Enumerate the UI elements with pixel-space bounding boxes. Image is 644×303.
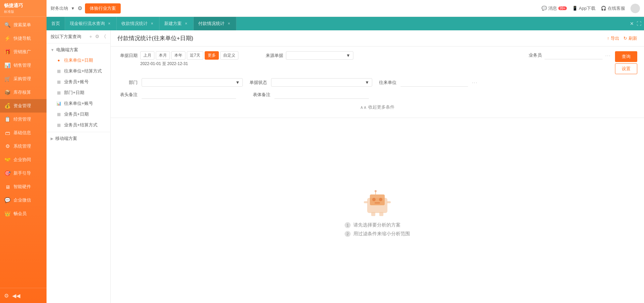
sidebar-item-search-menu[interactable]: 🔍搜索菜单 bbox=[0, 18, 47, 32]
sidebar-item-finance[interactable]: 💰资金管理 bbox=[0, 99, 47, 113]
sidebar-icon-marketing: 🎁 bbox=[4, 49, 11, 55]
scheme-item-label-partner-account: 往来单位+账号 bbox=[64, 100, 93, 107]
tab-close-payments[interactable]: × bbox=[227, 21, 231, 26]
source-filter-label: 来源单据 bbox=[263, 53, 283, 59]
sidebar-item-enterprise[interactable]: 🤝企业协同 bbox=[0, 153, 47, 166]
custom-date-btn[interactable]: 自定义 bbox=[220, 51, 238, 60]
tab-home[interactable]: 首页 bbox=[47, 17, 65, 30]
header-note-input[interactable] bbox=[142, 91, 236, 99]
tab-new-plan[interactable]: 新建方案× bbox=[159, 17, 194, 30]
this-year-btn[interactable]: 本年 bbox=[171, 51, 185, 60]
sidebar-item-wechat[interactable]: 💬企业微信 bbox=[0, 193, 47, 207]
content-area: 按以下方案查询 ＋ ⚙ 《 ▼ 电脑端方案 ●往来单位+日期▦往来单位+结算方式… bbox=[47, 30, 644, 303]
scheme-collapse-button[interactable]: 《 bbox=[101, 34, 106, 40]
body-note-label: 表体备注 bbox=[250, 92, 270, 98]
sidebar-item-marketing[interactable]: 🎁营销推广 bbox=[0, 45, 47, 59]
tab-receivables[interactable]: 收款情况统计× bbox=[117, 17, 159, 30]
online-service-label: 在线客服 bbox=[608, 5, 625, 11]
last-7-days-btn[interactable]: 近7天 bbox=[187, 51, 203, 60]
sidebar-item-business[interactable]: 📋经营管理 bbox=[0, 113, 47, 126]
sidebar-item-sales[interactable]: 📊销售管理 bbox=[0, 59, 47, 72]
body-note-input[interactable] bbox=[274, 91, 369, 99]
dept-select[interactable]: ▼ bbox=[142, 78, 243, 87]
topbar-dropdown-icon[interactable]: ▼ bbox=[71, 6, 75, 11]
sidebar-label-business: 经营管理 bbox=[13, 116, 31, 122]
sidebar-icon-purchase: 🛒 bbox=[4, 75, 11, 82]
tab-close-receivables[interactable]: × bbox=[150, 21, 154, 26]
sidebar-item-quick-nav[interactable]: ⚡快捷导航 bbox=[0, 32, 47, 45]
sidebar-item-purchase[interactable]: 🛒采购管理 bbox=[0, 72, 47, 86]
doc-status-select[interactable]: ▼ bbox=[271, 78, 372, 87]
more-dates-btn[interactable]: 更多 bbox=[205, 51, 219, 60]
notification-action[interactable]: 💬 消息 99+ bbox=[541, 5, 567, 11]
topbar: 财务出纳 ▼ ⚙ 体验行业方案 💬 消息 99+ 📱 App下载 🎧 在线客服 bbox=[47, 0, 644, 17]
desktop-scheme-group-title[interactable]: ▼ 电脑端方案 bbox=[47, 45, 110, 55]
tab-payments[interactable]: 付款情况统计× bbox=[194, 17, 236, 30]
sidebar-icon-finance: 💰 bbox=[4, 102, 11, 109]
scheme-item-salesman-payment[interactable]: ▦业务员+结算方式 bbox=[47, 120, 110, 130]
page-header: 付款情况统计(往来单位+日期) ↑ 导出 ↻ 刷新 bbox=[111, 30, 644, 47]
trial-button[interactable]: 体验行业方案 bbox=[85, 3, 121, 13]
scheme-item-icon-partner-date: ● bbox=[56, 58, 61, 63]
mobile-scheme-group-title[interactable]: ▶ 移动端方案 bbox=[47, 133, 110, 144]
salesman-more-icon[interactable]: ··· bbox=[605, 53, 611, 58]
refresh-button[interactable]: ↻ 刷新 bbox=[623, 35, 637, 41]
scheme-item-partner-account[interactable]: 📊往来单位+账号 bbox=[47, 98, 110, 109]
scheme-item-label-dept-date: 部门+日期 bbox=[64, 90, 84, 96]
online-service-action[interactable]: 🎧 在线客服 bbox=[601, 5, 625, 11]
tab-close-new-plan[interactable]: × bbox=[184, 21, 188, 26]
export-label: 导出 bbox=[611, 35, 619, 41]
sidebar-icon-business: 📋 bbox=[4, 116, 11, 123]
last-month-btn[interactable]: 上月 bbox=[140, 51, 154, 60]
topbar-settings-icon[interactable]: ⚙ bbox=[78, 5, 82, 11]
refresh-label: 刷新 bbox=[628, 35, 637, 41]
export-button[interactable]: ↑ 导出 bbox=[607, 35, 620, 41]
collapse-more-button[interactable]: ∧∧ 收起更多条件 bbox=[117, 101, 637, 113]
scheme-item-dept-date[interactable]: ▦部门+日期 bbox=[47, 87, 110, 98]
scheme-item-partner-date[interactable]: ●往来单位+日期 bbox=[47, 55, 110, 66]
message-icon: 💬 bbox=[541, 6, 547, 11]
scheme-item-partner-payment[interactable]: ▦往来单位+结算方式 bbox=[47, 66, 110, 77]
salesman-input[interactable] bbox=[545, 51, 603, 59]
sidebar-icon-inventory: 📦 bbox=[4, 89, 11, 96]
add-scheme-icon[interactable]: ＋ bbox=[88, 34, 93, 40]
this-month-btn[interactable]: 本月 bbox=[156, 51, 170, 60]
sidebar-item-system[interactable]: ⚙系统管理 bbox=[0, 140, 47, 153]
scheme-item-icon-partner-payment: ▦ bbox=[56, 68, 61, 74]
notification-badge: 99+ bbox=[558, 6, 567, 10]
settings-icon[interactable]: ⚙ bbox=[4, 293, 9, 299]
notification-label: 消息 bbox=[548, 5, 557, 11]
empty-state: 1 请先选择要分析的方案 2 用过滤条件来缩小分析范围 bbox=[111, 118, 644, 303]
salesman-filter-label: 业务员 bbox=[522, 52, 542, 58]
user-avatar[interactable] bbox=[631, 4, 640, 13]
tip-num-2: 2 bbox=[345, 231, 351, 237]
headset-icon: 🎧 bbox=[601, 6, 606, 11]
sidebar-item-hardware[interactable]: 🖥智能硬件 bbox=[0, 180, 47, 193]
sidebar-item-guide[interactable]: 🎯新手引导 bbox=[0, 166, 47, 180]
scheme-settings-icon[interactable]: ⚙ bbox=[95, 34, 99, 40]
tab-close-bank-flow[interactable]: × bbox=[107, 21, 112, 26]
settings-button[interactable]: 设置 bbox=[615, 63, 637, 74]
sidebar-label-inventory: 库存核算 bbox=[13, 89, 31, 95]
scheme-item-icon-salesman-account: ▦ bbox=[56, 79, 61, 85]
collapse-icon: ∧∧ bbox=[360, 105, 367, 110]
close-all-tabs-icon[interactable]: ✕ bbox=[630, 21, 634, 26]
sidebar-item-member[interactable]: 👑畅会员 bbox=[0, 207, 47, 220]
sidebar-label-hardware: 智能硬件 bbox=[13, 184, 31, 190]
partner-input[interactable] bbox=[401, 79, 468, 87]
scheme-item-salesman-account[interactable]: ▦业务员+账号 bbox=[47, 77, 110, 87]
scheme-items-list: ●往来单位+日期▦往来单位+结算方式▦业务员+账号▦部门+日期📊往来单位+账号▦… bbox=[47, 55, 110, 130]
scheme-item-salesman-date[interactable]: ▦业务员+日期 bbox=[47, 109, 110, 120]
sidebar-item-inventory[interactable]: 📦库存核算 bbox=[0, 86, 47, 99]
query-button[interactable]: 查询 bbox=[615, 51, 637, 62]
collapse-sidebar-icon[interactable]: ◀◀ bbox=[12, 293, 20, 299]
tab-bank-flow[interactable]: 现金银行流水查询× bbox=[65, 17, 117, 30]
tab-label-payments: 付款情况统计 bbox=[198, 21, 225, 27]
app-download-action[interactable]: 📱 App下载 bbox=[572, 5, 595, 11]
maximize-icon[interactable]: ⛶ bbox=[637, 21, 641, 26]
sidebar-item-basic-info[interactable]: 🗃基础信息 bbox=[0, 126, 47, 140]
tip-num-1: 1 bbox=[345, 222, 351, 228]
source-select[interactable]: ▼ bbox=[286, 51, 353, 60]
app-download-label: App下载 bbox=[579, 5, 595, 11]
partner-more-icon[interactable]: ··· bbox=[472, 80, 478, 85]
